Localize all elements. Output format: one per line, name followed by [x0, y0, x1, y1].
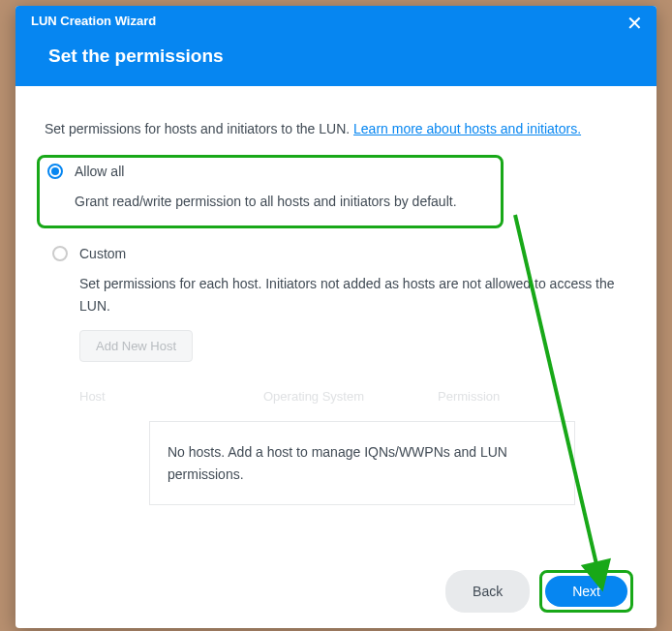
allow-all-label: Allow all	[75, 164, 124, 179]
custom-label: Custom	[79, 246, 126, 261]
col-host: Host	[79, 389, 263, 404]
step-title: Set the permissions	[31, 45, 641, 67]
allow-all-desc: Grant read/write permission to all hosts…	[75, 191, 493, 212]
close-icon[interactable]: ✕	[626, 14, 643, 33]
add-host-button[interactable]: Add New Host	[79, 330, 193, 362]
allow-all-radio-row[interactable]: Allow all	[47, 164, 493, 179]
intro-label: Set permissions for hosts and initiators…	[45, 121, 353, 136]
intro-text: Set permissions for hosts and initiators…	[45, 119, 627, 139]
back-button[interactable]: Back	[445, 570, 530, 613]
dialog-content: Set permissions for hosts and initiators…	[15, 86, 657, 556]
col-permission: Permission	[438, 389, 620, 404]
allow-all-radio[interactable]	[47, 164, 63, 179]
empty-hosts-message: No hosts. Add a host to manage IQNs/WWPN…	[149, 421, 575, 505]
next-highlight: Next	[539, 570, 633, 613]
allow-all-option[interactable]: Allow all Grant read/write permission to…	[37, 155, 504, 228]
host-table-header: Host Operating System Permission	[79, 381, 620, 411]
custom-desc: Set permissions for each host. Initiator…	[79, 273, 620, 316]
custom-radio[interactable]	[52, 246, 68, 261]
next-button[interactable]: Next	[545, 576, 627, 607]
dialog-title: LUN Creation Wizard	[31, 14, 641, 28]
dialog-header: LUN Creation Wizard ✕ Set the permission…	[15, 6, 657, 86]
lun-wizard-dialog: LUN Creation Wizard ✕ Set the permission…	[15, 6, 657, 628]
custom-option[interactable]: Custom Set permissions for each host. In…	[45, 236, 627, 519]
custom-radio-row[interactable]: Custom	[52, 246, 620, 261]
col-os: Operating System	[263, 389, 438, 404]
dialog-footer: Back Next	[15, 556, 657, 628]
learn-more-link[interactable]: Learn more about hosts and initiators.	[353, 121, 581, 136]
